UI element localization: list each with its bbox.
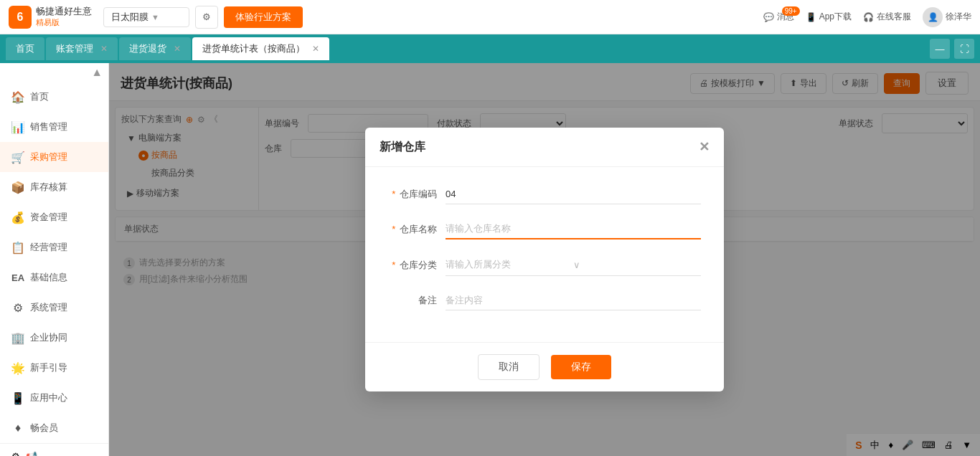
modal-add-warehouse: 新增仓库 ✕ * 仓库编码 * (365, 128, 724, 391)
sidebar-settings-icon[interactable]: ⚙ (11, 451, 20, 456)
content-area: 进货单统计(按商品) 🖨 按模板打印 ▼ ⬆ 导出 ↺ 刷新 查询 (109, 63, 980, 456)
sidebar-sales-label: 销售管理 (30, 120, 67, 133)
app-download-button[interactable]: 📱 App下载 (806, 11, 852, 23)
message-icon: 💬 (763, 12, 774, 22)
finance-icon: 💰 (11, 211, 24, 224)
cancel-button[interactable]: 取消 (478, 354, 540, 380)
sidebar-inventory-label: 库存核算 (30, 181, 67, 194)
store-name: 日太阳膜 (111, 11, 149, 24)
expand-icon: ⛶ (960, 44, 969, 54)
purchase-icon: 🛒 (11, 151, 24, 163)
sales-icon: 📊 (11, 120, 24, 133)
tab-returns[interactable]: 进货退货 ✕ (119, 37, 191, 60)
sidebar-speaker-icon[interactable]: 📢 (26, 451, 37, 456)
trial-button[interactable]: 体验行业方案 (224, 6, 303, 28)
sidebar-bottom: ⚙ 📢 (0, 443, 108, 456)
sidebar-home-label: 首页 (30, 90, 49, 103)
tab-minimize-button[interactable]: — (930, 39, 950, 59)
save-button[interactable]: 保存 (551, 355, 611, 379)
customer-service-label: 在线客服 (877, 11, 911, 23)
modal-overlay: 新增仓库 ✕ * 仓库编码 * (109, 63, 980, 456)
name-label: * 仓库名称 (388, 223, 446, 236)
tab-account-label: 账套管理 (56, 42, 93, 55)
sidebar-item-inventory[interactable]: 📦 库存核算 (0, 172, 108, 202)
sidebar: ▲ 🏠 首页 📊 销售管理 🛒 采购管理 📦 库存核算 💰 资金管理 📋 经营管… (0, 63, 109, 456)
tab-home[interactable]: 首页 (6, 37, 44, 60)
category-label: * 仓库分类 (388, 259, 446, 272)
sidebar-item-guide[interactable]: 🌟 新手引导 (0, 353, 108, 383)
store-selector[interactable]: 日太阳膜 ▼ (103, 7, 189, 27)
sidebar-operation-label: 经营管理 (30, 241, 67, 254)
sidebar-item-home[interactable]: 🏠 首页 (0, 82, 108, 112)
category-required-star: * (392, 260, 395, 270)
app-download-label: App下载 (819, 11, 852, 23)
tab-statistics-close-icon[interactable]: ✕ (312, 44, 319, 54)
tab-returns-close-icon[interactable]: ✕ (174, 44, 181, 54)
minimize-icon: — (936, 44, 945, 54)
tab-statistics[interactable]: 进货单统计表（按商品） ✕ (192, 37, 329, 60)
sidebar-collapse[interactable]: ▲ (0, 63, 108, 82)
message-badge: 99+ (782, 6, 800, 16)
modal-row-category: * 仓库分类 请输入所属分类 ∨ (388, 254, 701, 276)
message-button[interactable]: 💬 消息 99+ (763, 11, 794, 23)
modal-close-button[interactable]: ✕ (699, 139, 710, 155)
sidebar-finance-label: 资金管理 (30, 211, 67, 224)
tab-statistics-label: 进货单统计表（按商品） (202, 42, 305, 55)
category-placeholder: 请输入所属分类 (446, 258, 573, 271)
name-required-star: * (392, 224, 395, 234)
remark-input[interactable] (446, 290, 701, 310)
sidebar-item-system[interactable]: ⚙ 系统管理 (0, 293, 108, 323)
header-right: 💬 消息 99+ 📱 App下载 🎧 在线客服 👤 徐泽华 (763, 7, 971, 27)
logo-icon: 6 (9, 6, 32, 29)
tab-home-label: 首页 (16, 42, 34, 55)
warehouse-name-input[interactable] (446, 219, 701, 239)
system-icon: ⚙ (11, 301, 24, 314)
warehouse-code-input[interactable] (446, 184, 701, 204)
tab-account[interactable]: 账套管理 ✕ (46, 37, 118, 60)
guide-icon: 🌟 (11, 361, 24, 374)
tab-expand-button[interactable]: ⛶ (954, 39, 974, 59)
modal-body: * 仓库编码 * 仓库名称 (365, 167, 724, 342)
sidebar-item-finance[interactable]: 💰 资金管理 (0, 202, 108, 232)
sidebar-item-apps[interactable]: 📱 应用中心 (0, 383, 108, 413)
settings-button[interactable]: ⚙ (195, 6, 218, 29)
sidebar-item-operation[interactable]: 📋 经营管理 (0, 232, 108, 262)
sidebar-item-member[interactable]: ♦ 畅会员 (0, 413, 108, 443)
store-arrow-icon: ▼ (151, 13, 159, 22)
sidebar-guide-label: 新手引导 (30, 361, 67, 374)
sidebar-basic-label: 基础信息 (30, 271, 67, 284)
logo-sub: 精易版 (36, 17, 92, 28)
warehouse-category-select[interactable]: 请输入所属分类 ∨ (446, 254, 701, 276)
sidebar-enterprise-label: 企业协同 (30, 331, 67, 344)
sidebar-system-label: 系统管理 (30, 301, 67, 314)
user-profile[interactable]: 👤 徐泽华 (923, 7, 971, 27)
sidebar-item-purchase[interactable]: 🛒 采购管理 (0, 142, 108, 172)
avatar-icon: 👤 (928, 12, 938, 22)
operation-icon: 📋 (11, 241, 24, 254)
category-arrow-icon: ∨ (573, 260, 701, 270)
sidebar-apps-label: 应用中心 (30, 391, 67, 404)
code-required-star: * (392, 189, 395, 199)
top-header: 6 畅捷通好生意 精易版 日太阳膜 ▼ ⚙ 体验行业方案 💬 消息 99+ 📱 … (0, 0, 980, 34)
sidebar-item-sales[interactable]: 📊 销售管理 (0, 112, 108, 142)
basic-info-icon: EA (11, 271, 24, 284)
sidebar-item-enterprise[interactable]: 🏢 企业协同 (0, 323, 108, 353)
modal-header: 新增仓库 ✕ (365, 128, 724, 167)
tab-account-close-icon[interactable]: ✕ (100, 44, 108, 54)
headset-icon: 🎧 (863, 12, 874, 22)
sidebar-purchase-label: 采购管理 (30, 151, 67, 163)
logo-area: 6 畅捷通好生意 精易版 (9, 6, 92, 29)
modal-row-code: * 仓库编码 (388, 184, 701, 204)
main-layout: ▲ 🏠 首页 📊 销售管理 🛒 采购管理 📦 库存核算 💰 资金管理 📋 经营管… (0, 63, 980, 456)
tab-bar: 首页 账套管理 ✕ 进货退货 ✕ 进货单统计表（按商品） ✕ — ⛶ (0, 34, 980, 63)
phone-icon: 📱 (806, 12, 816, 22)
modal-row-remark: 备注 (388, 290, 701, 310)
modal-row-name: * 仓库名称 (388, 219, 701, 239)
remark-label: 备注 (388, 294, 446, 307)
sidebar-member-label: 畅会员 (30, 422, 58, 434)
customer-service-button[interactable]: 🎧 在线客服 (863, 11, 911, 23)
modal-footer: 取消 保存 (365, 342, 724, 391)
sidebar-item-basic[interactable]: EA 基础信息 (0, 262, 108, 293)
logo-text-area: 畅捷通好生意 精易版 (36, 6, 92, 29)
member-icon: ♦ (11, 422, 24, 434)
